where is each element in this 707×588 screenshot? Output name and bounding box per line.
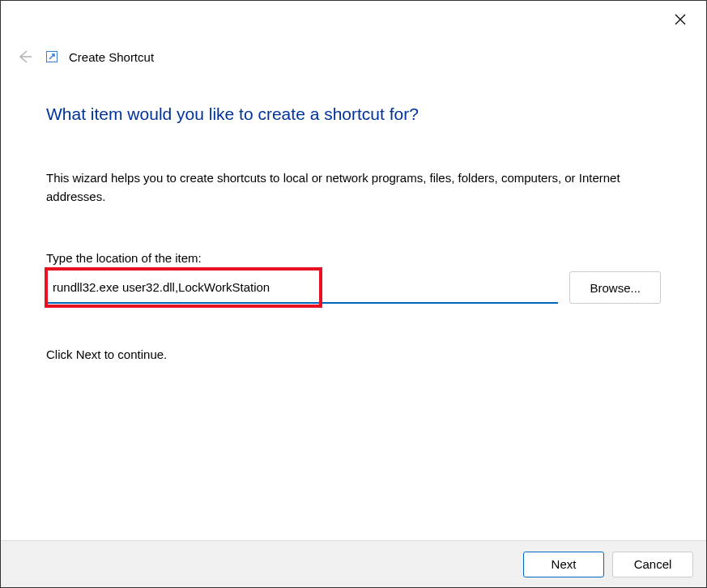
location-label: Type the location of the item: [46,251,661,265]
dialog-title: Create Shortcut [69,50,154,64]
next-button[interactable]: Next [523,552,604,577]
wizard-heading: What item would you like to create a sho… [46,104,661,124]
close-button[interactable] [664,7,696,32]
cancel-button[interactable]: Cancel [612,552,693,577]
shortcut-icon [46,51,57,62]
location-input[interactable] [46,271,558,304]
back-arrow-icon [15,48,33,66]
browse-button[interactable]: Browse... [569,271,661,304]
back-button[interactable] [14,46,35,67]
continue-instruction: Click Next to continue. [46,347,661,361]
wizard-description: This wizard helps you to create shortcut… [46,169,661,206]
close-icon [675,14,686,25]
dialog-footer: Next Cancel [1,540,706,587]
